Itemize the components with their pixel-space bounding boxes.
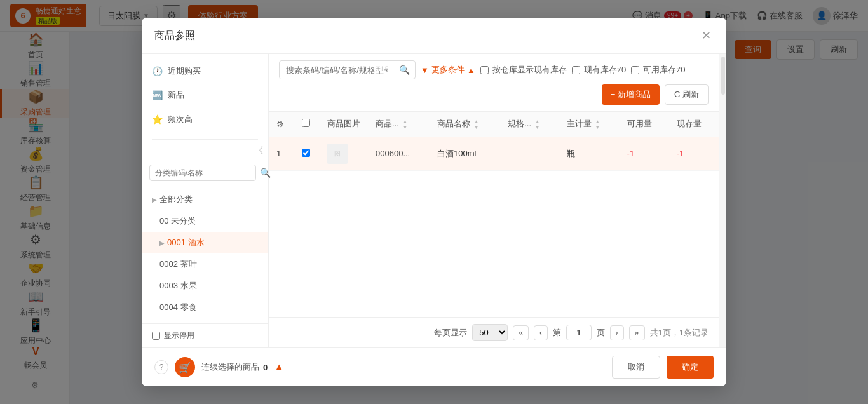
footer-right: 取消 确定 bbox=[612, 356, 714, 379]
footer-left: ? 🛒 连续选择的商品 0 ▲ bbox=[154, 357, 284, 377]
modal-header: 商品参照 ✕ bbox=[142, 18, 726, 54]
pagination-bar: 每页显示 50 10 20 100 « ‹ 第 页 › » 共1页，1条记录 bbox=[269, 317, 719, 347]
modal-close-button[interactable]: ✕ bbox=[698, 28, 714, 43]
toolbar-actions: + 新增商品 C 刷新 bbox=[602, 84, 709, 105]
col-checkbox bbox=[294, 112, 320, 137]
tab-recent-purchase[interactable]: 🕐 近期购买 bbox=[142, 59, 268, 83]
product-thumbnail: 图 bbox=[327, 144, 348, 164]
product-search-input[interactable] bbox=[280, 62, 394, 79]
tab-frequent[interactable]: ⭐ 频次高 bbox=[142, 107, 268, 131]
cancel-button[interactable]: 取消 bbox=[612, 356, 660, 379]
spec-sort-icon: ▲▼ bbox=[535, 119, 540, 130]
col-stock: 现存量 bbox=[669, 112, 719, 137]
usable-checkbox[interactable] bbox=[631, 66, 639, 74]
col-code[interactable]: 商品... ▲▼ bbox=[368, 112, 430, 137]
panel-divider bbox=[152, 139, 258, 140]
frequent-label: 频次高 bbox=[168, 114, 193, 125]
left-panel: 🕐 近期购买 🆕 新品 ⭐ 频次高 《 bbox=[142, 54, 269, 347]
table-row[interactable]: 1 图 000600... 白酒100ml 瓶 bbox=[269, 137, 719, 170]
product-reference-modal: 商品参照 ✕ 🕐 近期购买 🆕 新品 ⭐ 频次高 bbox=[142, 18, 726, 386]
scrollbar[interactable] bbox=[719, 54, 726, 347]
tree-item-uncategorized[interactable]: 00 未分类 bbox=[142, 210, 268, 232]
product-search-icon[interactable]: 🔍 bbox=[394, 61, 415, 79]
more-filter-button[interactable]: ▼ 更多条件 ▲ bbox=[421, 64, 475, 76]
right-panel: 🔍 ▼ 更多条件 ▲ 按仓库显示现有库存 现有库存≠0 bbox=[269, 54, 719, 347]
cart-button[interactable]: 🛒 bbox=[175, 357, 195, 377]
usable-filter-group[interactable]: 可用库存≠0 bbox=[631, 64, 685, 76]
col-spec[interactable]: 规格... ▲▼ bbox=[500, 112, 559, 137]
page-total-info: 共1页，1条记录 bbox=[650, 327, 709, 339]
row-image-cell: 图 bbox=[320, 137, 368, 170]
col-settings[interactable]: ⚙ bbox=[269, 112, 294, 137]
show-disabled-checkbox-area[interactable]: 显示停用 bbox=[142, 323, 268, 347]
col-unit[interactable]: 主计量 ▲▼ bbox=[559, 112, 620, 137]
page-number-input[interactable] bbox=[566, 325, 592, 340]
help-button[interactable]: ? bbox=[154, 360, 168, 374]
modal-title: 商品参照 bbox=[154, 29, 195, 43]
left-panel-tabs: 🕐 近期购买 🆕 新品 ⭐ 频次高 bbox=[142, 54, 268, 137]
warehouse-filter-group[interactable]: 按仓库显示现有库存 bbox=[480, 64, 567, 76]
cart-label-area[interactable]: 连续选择的商品 0 bbox=[201, 361, 268, 373]
product-table-body: 1 图 000600... 白酒100ml 瓶 bbox=[269, 137, 719, 170]
tree-item-liquor[interactable]: ▶ 0001 酒水 bbox=[142, 232, 268, 253]
modal-toolbar: 🔍 ▼ 更多条件 ▲ 按仓库显示现有库存 现有库存≠0 bbox=[269, 54, 719, 112]
tree-item-tea[interactable]: 0002 茶叶 bbox=[142, 253, 268, 275]
star-icon: ⭐ bbox=[152, 114, 163, 125]
confirm-button[interactable]: 确定 bbox=[667, 356, 714, 379]
tree-arrow-0001: ▶ bbox=[159, 239, 165, 246]
filter-icon: ▼ bbox=[421, 65, 429, 75]
unit-sort-icon: ▲▼ bbox=[595, 119, 600, 130]
modal-overlay: 商品参照 ✕ 🕐 近期购买 🆕 新品 ⭐ 频次高 bbox=[0, 0, 868, 404]
col-unit-label: 主计量 bbox=[567, 119, 592, 128]
add-product-button[interactable]: + 新增商品 bbox=[602, 84, 660, 105]
col-spec-label: 规格... bbox=[508, 119, 531, 128]
tree-item-snacks[interactable]: 0004 零食 bbox=[142, 297, 268, 318]
last-page-button[interactable]: » bbox=[629, 325, 645, 340]
select-all-checkbox[interactable] bbox=[302, 119, 310, 127]
row-checkbox[interactable] bbox=[302, 149, 310, 157]
filter-arrow-icon: ▲ bbox=[467, 65, 475, 75]
row-available: -1 bbox=[620, 137, 669, 170]
row-name: 白酒100ml bbox=[430, 137, 500, 170]
tree-item-all[interactable]: ▶ 全部分类 bbox=[142, 189, 268, 210]
first-page-button[interactable]: « bbox=[513, 325, 529, 340]
show-disabled-checkbox[interactable] bbox=[152, 332, 160, 340]
available-filter-label: 现有库存≠0 bbox=[584, 64, 626, 76]
tree-item-drinks[interactable]: 0005 饮料 bbox=[142, 318, 268, 323]
panel-collapse-btn[interactable]: 《 bbox=[142, 142, 268, 159]
row-checkbox-cell bbox=[294, 137, 320, 170]
col-name-label: 商品名称 bbox=[437, 119, 470, 128]
tab-new-product[interactable]: 🆕 新品 bbox=[142, 83, 268, 107]
warehouse-filter-label: 按仓库显示现有库存 bbox=[492, 64, 567, 76]
footer-collapse-icon[interactable]: ▲ bbox=[274, 361, 284, 373]
available-filter-group[interactable]: 现有库存≠0 bbox=[572, 64, 626, 76]
row-spec bbox=[500, 137, 559, 170]
recent-purchase-label: 近期购买 bbox=[168, 65, 201, 77]
new-icon: 🆕 bbox=[152, 90, 163, 100]
page-label: 第 bbox=[553, 327, 561, 339]
warehouse-checkbox[interactable] bbox=[480, 66, 489, 74]
category-tree: ▶ 全部分类 00 未分类 ▶ 0001 酒水 0002 茶叶 0003 水果 bbox=[142, 186, 268, 323]
tree-label-0001: 0001 酒水 bbox=[167, 237, 205, 248]
available-checkbox[interactable] bbox=[572, 66, 580, 74]
page-size-select[interactable]: 50 10 20 100 bbox=[472, 324, 508, 341]
refresh-button[interactable]: C 刷新 bbox=[665, 84, 709, 105]
page-unit-label: 页 bbox=[597, 327, 605, 339]
tree-label-0002: 0002 茶叶 bbox=[159, 259, 197, 270]
col-available: 可用量 bbox=[620, 112, 669, 137]
col-image: 商品图片 bbox=[320, 112, 368, 137]
tree-label-0003: 0003 水果 bbox=[159, 280, 197, 292]
product-table: ⚙ 商品图片 商品... ▲▼ 商品名称 ▲▼ bbox=[269, 112, 719, 171]
modal-footer: ? 🛒 连续选择的商品 0 ▲ 取消 确定 bbox=[142, 347, 726, 386]
modal-body: 🕐 近期购买 🆕 新品 ⭐ 频次高 《 bbox=[142, 54, 726, 347]
prev-page-button[interactable]: ‹ bbox=[534, 325, 548, 340]
name-sort-icon: ▲▼ bbox=[474, 119, 479, 130]
tree-item-fruit[interactable]: 0003 水果 bbox=[142, 275, 268, 297]
col-name[interactable]: 商品名称 ▲▼ bbox=[430, 112, 500, 137]
cart-label-text: 连续选择的商品 bbox=[201, 361, 259, 373]
next-page-button[interactable]: › bbox=[610, 325, 624, 340]
tree-label-0004: 0004 零食 bbox=[159, 302, 197, 313]
show-disabled-label: 显示停用 bbox=[164, 330, 194, 341]
row-seq: 1 bbox=[269, 137, 294, 170]
category-search-input[interactable] bbox=[149, 165, 256, 181]
